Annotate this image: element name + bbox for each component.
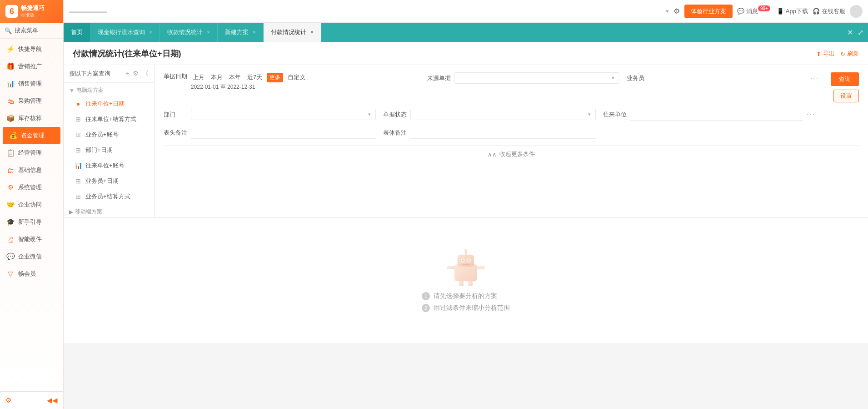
query-btn[interactable]: 查询 <box>831 72 859 86</box>
partner-label: 往来单位 <box>603 111 627 119</box>
scheme-panel: 按以下方案查询 + ⚙ 《 ▼ 电脑端方案 ● 往来单位+日期 <box>64 65 155 217</box>
body-note-label: 表体备注 <box>383 129 407 137</box>
topbar-settings-icon[interactable]: ⚙ <box>673 7 680 15</box>
scheme-item-staff-settlement[interactable]: ⊞ 业务员+结算方式 <box>64 189 154 204</box>
sidebar-item-capital[interactable]: 💰 资金管理 <box>3 127 60 144</box>
quick-nav-icon: ⚡ <box>6 45 15 53</box>
sidebar-item-system[interactable]: ⚙ 系统管理 <box>0 179 63 196</box>
sidebar-item-purchase[interactable]: 🛍 采购管理 <box>0 92 63 110</box>
sidebar-item-basic[interactable]: 🗂 基础信息 <box>0 162 63 179</box>
header-note-label: 表头备注 <box>164 129 187 137</box>
staff-input[interactable] <box>654 72 807 84</box>
scheme-item-staff-account-icon: ⊞ <box>75 131 82 138</box>
tab-fullscreen-btn[interactable]: ⤢ <box>858 28 863 37</box>
scheme-item-partner-date[interactable]: ● 往来单位+日期 <box>64 96 154 111</box>
date-opt-last-month[interactable]: 上月 <box>191 72 206 82</box>
online-service-btn[interactable]: 🎧 在线客服 <box>813 7 845 15</box>
messages-btn[interactable]: 💬 消息 99+ <box>737 7 772 15</box>
refresh-btn[interactable]: ↻ 刷新 <box>840 50 859 58</box>
partner-more-btn[interactable]: ··· <box>807 111 815 119</box>
desktop-section-toggle[interactable]: ▼ <box>69 87 75 94</box>
tab-cash-flow-close[interactable]: × <box>149 29 152 35</box>
scheme-item-partner-settlement[interactable]: ⊞ 往来单位+结算方式 <box>64 111 154 127</box>
scheme-item-staff-date[interactable]: ⊞ 业务员+日期 <box>64 173 154 189</box>
filter-settings-btn[interactable]: 设置 <box>833 90 859 102</box>
tab-payment-stats-label: 付款情况统计 <box>271 28 306 36</box>
sales-icon: 📊 <box>6 80 15 88</box>
scheme-item-staff-settlement-icon: ⊞ <box>75 193 82 200</box>
scheme-collapse-btn[interactable]: 《 <box>142 70 149 78</box>
scheme-item-staff-date-icon: ⊞ <box>75 177 82 185</box>
tab-collection-stats[interactable]: 收款情况统计 × <box>160 23 218 42</box>
scheme-item-partner-account[interactable]: 📊 往来单位+账号 <box>64 158 154 173</box>
tab-close-all-btn[interactable]: ✕ <box>847 28 853 37</box>
sidebar-item-hardware[interactable]: 🖨 智能硬件 <box>0 231 63 248</box>
tab-payment-stats[interactable]: 付款情况统计 × <box>264 23 321 42</box>
scheme-item-dept-date[interactable]: ⊞ 部门+日期 <box>64 142 154 158</box>
date-label: 单据日期 <box>164 72 187 81</box>
footer-collapse-btn[interactable]: ◀◀ <box>47 396 58 404</box>
mobile-section[interactable]: ▶ 移动端方案 <box>64 204 154 217</box>
dept-select[interactable]: ▾ <box>191 109 376 120</box>
source-select-arrow: ▾ <box>612 75 614 81</box>
date-opt-this-year[interactable]: 本年 <box>227 72 243 82</box>
date-opt-custom[interactable]: 自定义 <box>286 72 307 82</box>
tab-home[interactable]: 首页 <box>64 23 90 42</box>
tab-collection-stats-close[interactable]: × <box>207 29 210 35</box>
date-opt-7days[interactable]: 近7天 <box>245 72 264 82</box>
search-menu[interactable]: 🔍 搜索菜单 <box>0 23 63 39</box>
scheme-settings-btn[interactable]: ⚙ <box>133 70 139 78</box>
scheme-add-btn[interactable]: + <box>125 70 129 78</box>
sidebar-item-marketing-label: 营销推广 <box>18 62 42 71</box>
user-avatar[interactable] <box>850 5 863 18</box>
scheme-item-partner-date-icon: ● <box>75 100 82 107</box>
empty-illustration <box>443 245 489 292</box>
tab-payment-stats-close[interactable]: × <box>310 29 314 35</box>
export-btn[interactable]: ⬆ 导出 <box>816 50 835 58</box>
sidebar-item-enterprise-label: 企业协同 <box>18 201 42 209</box>
sidebar-item-sales[interactable]: 📊 销售管理 <box>0 75 63 92</box>
mobile-section-toggle: ▶ <box>69 209 73 215</box>
breadcrumb: ▬▬▬▬▬▬▬ <box>69 8 661 15</box>
sidebar-item-wechat[interactable]: 💬 企业微信 <box>0 248 63 265</box>
sidebar-item-inventory[interactable]: 📦 库存核算 <box>0 110 63 127</box>
messages-label: 消息 <box>746 7 758 15</box>
filter-row-3: 表头备注 表体备注 <box>164 127 859 139</box>
app-subtitle: 标准版 <box>21 12 45 18</box>
doc-status-select[interactable]: ▾ <box>410 109 595 120</box>
sidebar-item-quick-nav[interactable]: ⚡ 快捷导航 <box>0 40 63 58</box>
tab-new-scheme-close[interactable]: × <box>253 29 256 35</box>
source-select[interactable]: ▾ <box>454 72 619 84</box>
scheme-item-staff-account[interactable]: ⊞ 业务员+账号 <box>64 127 154 142</box>
sidebar-item-guide-label: 新手引导 <box>18 218 42 226</box>
dropdown-arrow-icon[interactable]: ▾ <box>666 8 669 15</box>
page-title: 付款情况统计(往来单位+日期) <box>73 48 181 65</box>
app-download-btn[interactable]: 📱 App下载 <box>777 7 808 15</box>
desktop-section-label: 电脑端方案 <box>76 86 104 94</box>
sidebar-item-wechat-label: 企业微信 <box>18 252 42 261</box>
sidebar-item-member[interactable]: ▽ 畅会员 <box>0 265 63 283</box>
messages-badge: 99+ <box>758 5 770 11</box>
footer-settings-btn[interactable]: ⚙ <box>5 396 11 404</box>
trial-industry-btn[interactable]: 体验行业方案 <box>684 5 733 18</box>
scheme-item-partner-settlement-icon: ⊞ <box>75 116 82 123</box>
content-area: 付款情况统计(往来单位+日期) ⬆ 导出 ↻ 刷新 按以下方案查询 + <box>64 42 868 409</box>
sidebar-item-marketing[interactable]: 🎁 营销推广 <box>0 58 63 75</box>
tab-cash-flow[interactable]: 现金银行流水查询 × <box>90 23 160 42</box>
body-note-input[interactable] <box>410 127 595 139</box>
collapse-label: 收起更多条件 <box>499 150 535 158</box>
tab-new-scheme[interactable]: 新建方案 × <box>218 23 264 42</box>
partner-input[interactable] <box>630 109 803 121</box>
scheme-item-staff-account-label: 业务员+账号 <box>85 131 119 139</box>
collapse-more-btn[interactable]: ∧∧ 收起更多条件 <box>164 145 859 163</box>
header-note-input[interactable] <box>191 127 376 139</box>
date-opt-this-month[interactable]: 本月 <box>209 72 224 82</box>
scheme-item-staff-date-label: 业务员+日期 <box>85 177 119 185</box>
main-area: ▬▬▬▬▬▬▬ ▾ ⚙ 体验行业方案 💬 消息 99+ 📱 App下载 🎧 在线… <box>64 0 868 409</box>
sidebar-item-guide[interactable]: 🎓 新手引导 <box>0 213 63 231</box>
staff-more-btn[interactable]: ··· <box>810 74 819 82</box>
sidebar-item-enterprise[interactable]: 🤝 企业协同 <box>0 196 63 213</box>
sidebar-item-operation[interactable]: 📋 经营管理 <box>0 144 63 162</box>
date-opt-more[interactable]: 更多 <box>267 73 283 82</box>
topbar: ▬▬▬▬▬▬▬ ▾ ⚙ 体验行业方案 💬 消息 99+ 📱 App下载 🎧 在线… <box>64 0 868 23</box>
